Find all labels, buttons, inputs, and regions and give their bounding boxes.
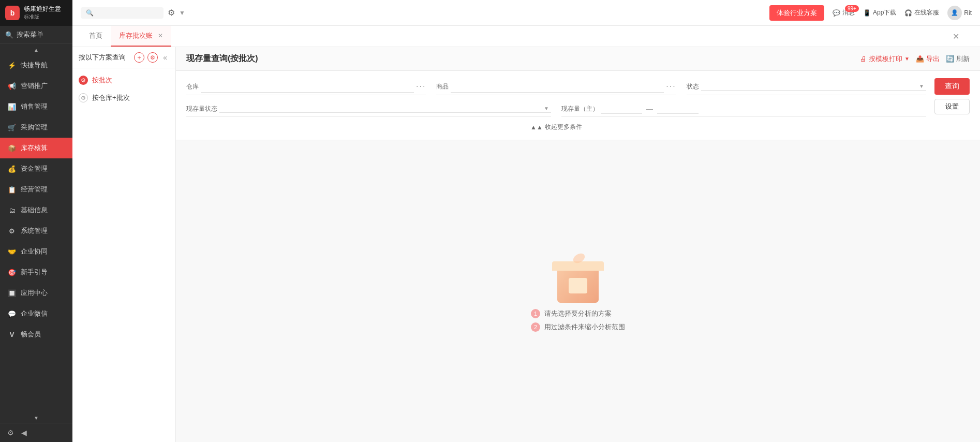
tab-close-icon[interactable]: ✕ xyxy=(158,32,163,39)
quick-nav-icon: ⚡ xyxy=(7,61,17,70)
tab-label: 库存批次账 xyxy=(119,32,153,39)
empty-hint-1: 1 请先选择要分析的方案 xyxy=(531,309,625,318)
add-scheme-icon[interactable]: ＋ xyxy=(134,52,144,63)
sidebar-item-newbie[interactable]: 🎯 新手引导 xyxy=(0,262,72,283)
sidebar-item-system[interactable]: ⚙ 系统管理 xyxy=(0,220,72,241)
main-area: 🔍 ⚙ ▼ 体验行业方案 💬 消息 99+ 📱 App下载 🎧 在线客服 xyxy=(72,0,980,442)
app-download-icon: 📱 xyxy=(863,9,871,17)
settings-scheme-icon[interactable]: ⚙ xyxy=(147,52,158,63)
sidebar-item-operation[interactable]: 📋 经营管理 xyxy=(0,179,72,200)
hint-num-1: 1 xyxy=(531,309,540,318)
avatar: 👤 xyxy=(947,6,962,20)
operation-icon: 📋 xyxy=(7,185,17,194)
topbar-search[interactable]: 🔍 xyxy=(81,7,164,19)
filter-area: 仓库 ··· 商品 ··· xyxy=(176,71,980,140)
scheme-item-label: 按批次 xyxy=(92,76,112,85)
topbar-search-icon: 🔍 xyxy=(86,9,94,17)
query-button[interactable]: 查询 xyxy=(934,78,970,95)
online-service-item[interactable]: 🎧 在线客服 xyxy=(904,8,939,17)
sidebar-item-label: 应用中心 xyxy=(21,288,48,298)
sidebar-item-label: 基础信息 xyxy=(21,205,48,215)
filter-row-1: 仓库 ··· 商品 ··· xyxy=(186,78,926,95)
topbar-actions: 体验行业方案 💬 消息 99+ 📱 App下载 🎧 在线客服 👤 Rit xyxy=(769,5,972,21)
stock-status-select[interactable]: ▼ xyxy=(219,105,551,113)
export-button[interactable]: 📤 导出 xyxy=(916,54,940,64)
page-content: 按以下方案查询 ＋ ⚙ « ⚙ 按批次 ⚙ 按仓库+批次 xyxy=(72,47,980,442)
status-select[interactable]: ▼ xyxy=(701,82,926,91)
filter-goods: 商品 ··· xyxy=(436,78,676,95)
user-name: Rit xyxy=(964,9,972,17)
tab-home[interactable]: 首页 xyxy=(81,26,111,47)
trial-button[interactable]: 体验行业方案 xyxy=(769,5,824,21)
headset-icon: 🎧 xyxy=(904,9,912,17)
apps-icon: 🔲 xyxy=(7,288,17,298)
online-service-label: 在线客服 xyxy=(914,8,939,17)
sidebar-item-inventory[interactable]: 📦 库存核算 xyxy=(0,138,72,158)
sidebar-scroll-up[interactable]: ▲ xyxy=(0,44,72,55)
hint-text-2: 用过滤条件来缩小分析范围 xyxy=(544,322,625,332)
sidebar-item-quick-nav[interactable]: ⚡ 快捷导航 xyxy=(0,55,72,76)
finance-icon: 💰 xyxy=(7,164,17,173)
stock-status-arrow-icon: ▼ xyxy=(544,106,549,111)
print-label: 按模板打印 xyxy=(869,54,902,64)
stock-main-label: 现存量（主） xyxy=(561,105,599,113)
sidebar: b 畅康通好生意 标准版 🔍 搜索菜单 ▲ ⚡ 快捷导航 📢 营销推广 📊 销售… xyxy=(0,0,72,442)
sidebar-search[interactable]: 🔍 搜索菜单 xyxy=(0,26,72,44)
scheme-header-actions: ＋ ⚙ « xyxy=(134,52,169,63)
sidebar-scroll-down[interactable]: ▼ xyxy=(0,412,72,423)
user-item[interactable]: 👤 Rit xyxy=(947,6,972,20)
app-download-item[interactable]: 📱 App下载 xyxy=(863,8,896,17)
warehouse-label: 仓库 xyxy=(186,82,199,91)
settings-button[interactable]: 设置 xyxy=(934,99,970,114)
warehouse-more-icon[interactable]: ··· xyxy=(416,82,426,91)
sidebar-item-collab[interactable]: 🤝 企业协同 xyxy=(0,241,72,262)
status-arrow-icon: ▼ xyxy=(919,83,924,89)
app-version: 标准版 xyxy=(24,13,61,21)
chevron-down-icon[interactable]: ▼ xyxy=(179,9,185,17)
empty-box-face xyxy=(569,278,587,293)
sidebar-item-label: 营销推广 xyxy=(21,81,48,91)
stock-main-min-input[interactable] xyxy=(601,104,642,114)
refresh-button[interactable]: 🔄 刷新 xyxy=(946,54,970,64)
tab-close-global-icon[interactable]: ✕ xyxy=(953,32,959,41)
sidebar-item-label: 新手引导 xyxy=(21,268,48,277)
filter-stock-main: 现存量（主） — xyxy=(561,101,926,116)
filter-content: 仓库 ··· 商品 ··· xyxy=(186,78,970,135)
topbar: 🔍 ⚙ ▼ 体验行业方案 💬 消息 99+ 📱 App下载 🎧 在线客服 xyxy=(72,0,980,26)
footer-settings-icon[interactable]: ⚙ xyxy=(7,429,14,437)
print-button[interactable]: 🖨 按模板打印 ▼ xyxy=(860,54,910,64)
footer-collapse-icon[interactable]: ◀ xyxy=(21,429,27,437)
goods-input[interactable] xyxy=(451,80,664,93)
refresh-icon: 🔄 xyxy=(946,55,954,63)
settings-icon[interactable]: ⚙ xyxy=(168,8,175,18)
panel-collapse-icon[interactable]: « xyxy=(161,52,169,63)
warehouse-input[interactable] xyxy=(201,80,414,93)
app-logo: b xyxy=(5,6,20,20)
app-download-label: App下载 xyxy=(873,8,896,17)
sidebar-item-member[interactable]: V 畅会员 xyxy=(0,324,72,345)
scheme-list: ⚙ 按批次 ⚙ 按仓库+批次 xyxy=(72,68,175,442)
sidebar-item-apps[interactable]: 🔲 应用中心 xyxy=(0,283,72,303)
message-item[interactable]: 💬 消息 99+ xyxy=(833,8,855,17)
goods-more-icon[interactable]: ··· xyxy=(666,82,676,91)
filter-collapse[interactable]: ▲▲ 收起更多条件 xyxy=(186,120,926,135)
sidebar-item-marketing[interactable]: 📢 营销推广 xyxy=(0,76,72,96)
scheme-dot-inactive: ⚙ xyxy=(79,93,88,102)
sidebar-item-label: 经营管理 xyxy=(21,185,48,194)
sidebar-item-finance[interactable]: 💰 资金管理 xyxy=(0,158,72,179)
scheme-item-by-warehouse-batch[interactable]: ⚙ 按仓库+批次 xyxy=(72,89,175,107)
member-icon: V xyxy=(7,330,17,339)
sidebar-item-label: 资金管理 xyxy=(21,164,48,173)
scheme-item-by-batch[interactable]: ⚙ 按批次 xyxy=(72,71,175,89)
stock-status-label: 现存量状态 xyxy=(186,105,217,113)
sidebar-item-sales[interactable]: 📊 销售管理 xyxy=(0,96,72,117)
tab-inventory-batch[interactable]: 库存批次账 ✕ xyxy=(111,26,171,47)
stock-main-max-input[interactable] xyxy=(657,104,699,114)
page-title-actions: 🖨 按模板打印 ▼ 📤 导出 🔄 刷新 xyxy=(860,54,970,64)
sidebar-item-wechat[interactable]: 💬 企业微信 xyxy=(0,303,72,324)
scheme-title: 按以下方案查询 xyxy=(79,53,126,62)
filter-warehouse: 仓库 ··· xyxy=(186,78,426,95)
sidebar-item-purchase[interactable]: 🛒 采购管理 xyxy=(0,117,72,138)
sidebar-item-basic[interactable]: 🗂 基础信息 xyxy=(0,200,72,220)
message-icon: 💬 xyxy=(833,9,840,17)
